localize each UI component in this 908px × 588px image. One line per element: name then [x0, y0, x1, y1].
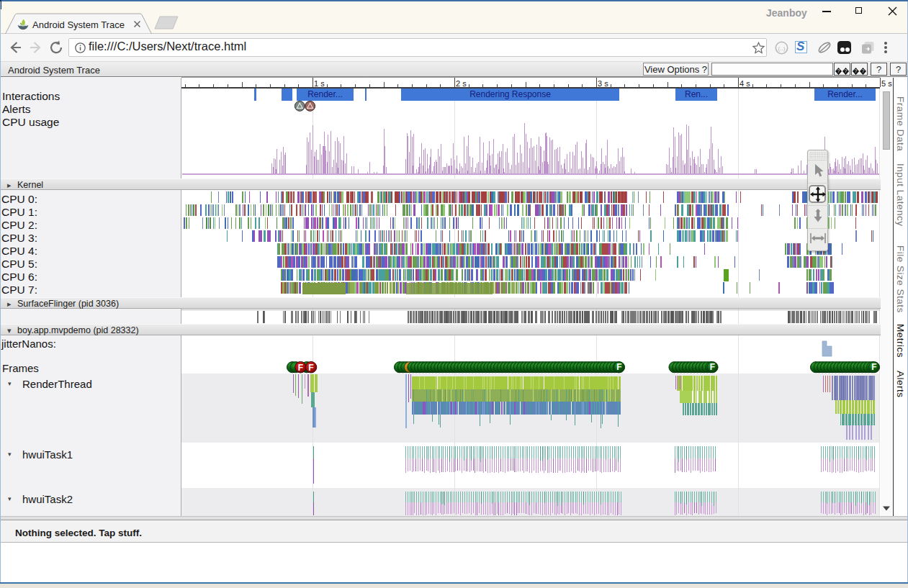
svg-text:F: F	[616, 362, 621, 372]
svg-text:F: F	[308, 363, 313, 373]
svg-text:F: F	[298, 363, 303, 373]
svg-text:F: F	[710, 362, 715, 372]
svg-text:F: F	[871, 362, 876, 372]
svg-text:(..): (..)	[778, 45, 786, 52]
